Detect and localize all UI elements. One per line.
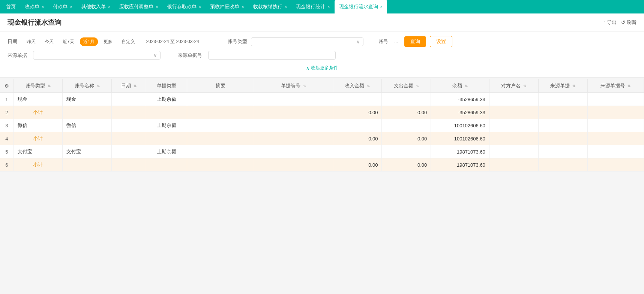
cell-counterparty: [489, 132, 538, 145]
nav-item-adjustment[interactable]: 应收应付调整单 ×: [115, 0, 162, 13]
cell-counterparty: [489, 119, 538, 132]
nav-item-bank-deposit[interactable]: 银行存取款单 ×: [163, 0, 206, 13]
col-doc-type[interactable]: 单据类型: [146, 79, 187, 93]
col-counterparty[interactable]: 对方户名 ⇅: [489, 79, 538, 93]
nav-item-verification[interactable]: 收款核销执行 ×: [249, 0, 291, 13]
cell-account_type: 支付宝: [14, 145, 63, 158]
close-icon-other-income[interactable]: ×: [108, 4, 110, 9]
refresh-icon: ↺: [621, 19, 625, 25]
settings-button[interactable]: 设置: [430, 36, 452, 47]
table-row: 5支付宝支付宝上期余额19871073.60: [0, 145, 644, 158]
nav-item-other-income[interactable]: 其他收入单 ×: [77, 0, 115, 13]
col-summary[interactable]: 摘要: [187, 79, 254, 93]
col-source-doc[interactable]: 来源单据 ⇅: [538, 79, 587, 93]
cell-doc_no: [254, 106, 333, 119]
cell-doc_type: 上期余额: [146, 93, 187, 106]
cell-source_doc_no: [587, 106, 644, 119]
close-icon-verification[interactable]: ×: [285, 4, 287, 9]
collapse-label: 收起更多条件: [311, 65, 338, 71]
cell-balance: -3528659.33: [431, 106, 489, 119]
close-icon-bank-deposit[interactable]: ×: [199, 4, 201, 9]
nav-label-prepay: 预收冲应收单: [210, 3, 239, 10]
cell-date: [112, 93, 146, 106]
col-expense-label: 支出金额: [394, 83, 413, 88]
cell-source_doc_no: [587, 145, 644, 158]
col-expense[interactable]: 支出金额 ⇅: [382, 79, 431, 93]
col-gear[interactable]: ⚙: [0, 79, 14, 93]
close-icon-cash-stats[interactable]: ×: [327, 4, 330, 9]
cell-account_name: 微信: [63, 119, 112, 132]
date-btn-yesterday[interactable]: 昨天: [23, 37, 39, 46]
close-icon-receipt[interactable]: ×: [42, 4, 44, 9]
col-doc-type-label: 单据类型: [157, 83, 176, 88]
close-icon-prepay[interactable]: ×: [242, 4, 244, 9]
header-actions: ↑ 导出 ↺ 刷新: [603, 19, 637, 26]
col-account-type-label: 账号类型: [26, 83, 45, 88]
col-balance[interactable]: 余额 ⇅: [431, 79, 489, 93]
nav-label-other-income: 其他收入单: [81, 3, 106, 10]
table-container: ⚙ 账号类型 ⇅ 账号名称 ⇅ 日期 ⇅ 单据类型 摘要: [0, 79, 644, 172]
account-more-icon[interactable]: ···: [392, 38, 401, 46]
cell-expense: 0.00: [382, 132, 431, 145]
nav-label-verification: 收款核销执行: [253, 3, 282, 10]
cell-doc_type: 上期余额: [146, 119, 187, 132]
nav-item-cash-flow[interactable]: 现金银行流水查询 ×: [335, 0, 387, 13]
date-btn-7days[interactable]: 近7天: [59, 37, 78, 46]
date-btn-today[interactable]: 今天: [41, 37, 57, 46]
filter-area: 日期 昨天 今天 近7天 近1月 更多 自定义 2023-02-24 至 202…: [0, 31, 644, 78]
export-label: 导出: [607, 19, 617, 26]
nav-label-receipt: 收款单: [25, 3, 39, 10]
nav-item-receipt[interactable]: 收款单 ×: [20, 0, 48, 13]
chevron-down-icon: ∨: [356, 39, 360, 45]
date-label: 日期: [8, 38, 17, 45]
table-body: 1现金现金上期余额-3528659.332小计0.000.00-3528659.…: [0, 93, 644, 172]
date-btn-custom[interactable]: 自定义: [118, 37, 138, 46]
nav-label-adjustment: 应收应付调整单: [119, 3, 153, 10]
source-doc-select[interactable]: ∨: [33, 51, 161, 60]
cell-counterparty: [489, 158, 538, 172]
col-source-doc-no[interactable]: 来源单据号 ⇅: [587, 79, 644, 93]
source-doc-no-input[interactable]: [208, 51, 336, 60]
sort-icon-account-type: ⇅: [48, 84, 51, 88]
collapse-bar[interactable]: ∧ 收起更多条件: [8, 63, 636, 73]
col-account-name[interactable]: 账号名称 ⇅: [63, 79, 112, 93]
close-icon-payment[interactable]: ×: [70, 4, 72, 9]
sort-icon-date: ⇅: [134, 84, 137, 88]
nav-item-cash-stats[interactable]: 现金银行统计 ×: [291, 0, 334, 13]
sort-icon-account-name: ⇅: [97, 84, 100, 88]
nav-item-payment[interactable]: 付款单 ×: [48, 0, 77, 13]
date-options: 昨天 今天 近7天 近1月 更多 自定义: [23, 37, 138, 46]
nav-item-prepay[interactable]: 预收冲应收单 ×: [206, 0, 248, 13]
close-icon-cash-flow[interactable]: ×: [380, 4, 383, 9]
col-date[interactable]: 日期 ⇅: [112, 79, 146, 93]
cell-gear: 3: [0, 119, 14, 132]
nav-item-home[interactable]: 首页: [2, 0, 20, 13]
cell-account_name: 支付宝: [63, 145, 112, 158]
source-doc-chevron-icon: ∨: [153, 52, 157, 58]
refresh-button[interactable]: ↺ 刷新: [621, 19, 636, 26]
col-source-doc-label: 来源单据: [550, 83, 570, 88]
cell-account_type: 小计: [14, 132, 63, 145]
cell-gear: 4: [0, 132, 14, 145]
table-row: 4小计0.000.00100102606.60: [0, 132, 644, 145]
page-title: 现金银行流水查询: [8, 18, 62, 27]
cell-doc_type: [146, 132, 187, 145]
account-type-label: 账号类型: [228, 38, 247, 45]
cell-counterparty: [489, 93, 538, 106]
account-type-select[interactable]: ∨: [251, 37, 363, 46]
col-doc-no[interactable]: 单据编号 ⇅: [254, 79, 333, 93]
export-button[interactable]: ↑ 导出: [603, 19, 617, 26]
query-button[interactable]: 查询: [404, 36, 426, 47]
date-btn-more[interactable]: 更多: [100, 37, 116, 46]
close-icon-adjustment[interactable]: ×: [156, 4, 158, 9]
cell-income: [333, 145, 382, 158]
cell-source_doc_no: [587, 158, 644, 172]
table-row: 1现金现金上期余额-3528659.33: [0, 93, 644, 106]
cell-summary: [187, 158, 254, 172]
cell-summary: [187, 93, 254, 106]
col-counterparty-label: 对方户名: [501, 83, 521, 88]
date-btn-1month[interactable]: 近1月: [80, 37, 98, 46]
col-income[interactable]: 收入金额 ⇅: [333, 79, 382, 93]
cell-account_type: 小计: [14, 106, 63, 119]
col-account-type[interactable]: 账号类型 ⇅: [14, 79, 63, 93]
